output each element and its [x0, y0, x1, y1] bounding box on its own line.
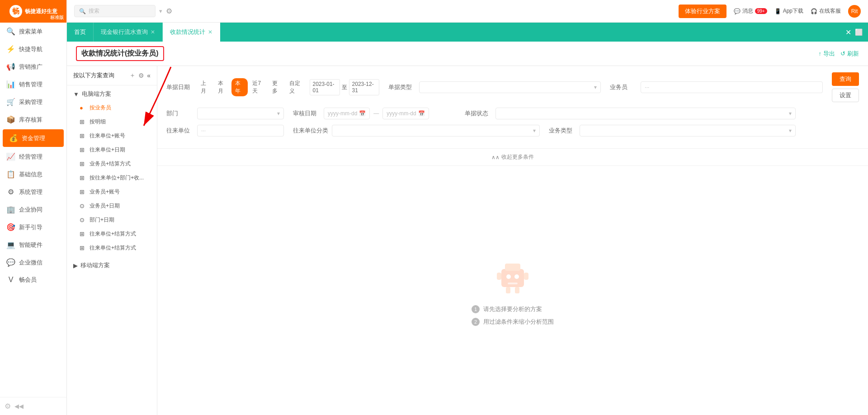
settings-btn[interactable]: 设置: [832, 89, 859, 102]
review-to-input[interactable]: yyyy-mm-dd 📅: [382, 108, 429, 119]
edition-badge: 标准版: [50, 14, 64, 21]
sidebar-item-finance[interactable]: 💰资金管理: [3, 129, 64, 147]
salesperson-input[interactable]: ···: [641, 81, 823, 93]
tip-1-text: 请先选择要分析的方案: [483, 305, 542, 313]
topbar-gear-icon[interactable]: ⚙: [166, 7, 172, 15]
review-from-placeholder: yyyy-mm-dd: [328, 110, 357, 117]
quicknav-label: 快捷导航: [19, 45, 42, 53]
collapse-sidebar-btn[interactable]: ◀◀: [14, 403, 24, 410]
refresh-label: 刷新: [847, 50, 859, 58]
sidebar-footer: ⚙ ◀◀: [0, 397, 66, 415]
add-plan-icon[interactable]: ＋: [129, 71, 136, 80]
sidebar-item-purchase[interactable]: 🛒采购管理: [0, 93, 66, 111]
salesperson-date-label: 业务员+日期: [90, 202, 120, 210]
sidebar-item-hardware[interactable]: 💻智能硬件: [0, 236, 66, 254]
plan-item-salesperson[interactable]: ● 按业务员: [67, 101, 157, 115]
messages-action[interactable]: 💬 消息 99+: [734, 7, 767, 15]
desktop-group-label: 电脑端方案: [82, 90, 111, 98]
biztype-input[interactable]: ▾: [580, 125, 796, 137]
sidebar-item-system[interactable]: ⚙系统管理: [0, 183, 66, 201]
plan-item-salesperson-account[interactable]: ⊞ 业务员+账号: [67, 185, 157, 199]
logo-icon: 畅: [9, 5, 22, 18]
tab-home[interactable]: 首页: [67, 23, 94, 42]
plan-item-detail[interactable]: ⊞ 按明细: [67, 115, 157, 129]
wechat-label: 企业微信: [19, 259, 42, 267]
dropdown-arrow-icon[interactable]: ▾: [159, 8, 162, 14]
plan-group-desktop-header[interactable]: ▼ 电脑端方案: [67, 87, 157, 101]
unit-settle1-icon: ⊞: [80, 231, 87, 237]
service-icon: 🎧: [811, 8, 817, 14]
topbar-right: 体验行业方案 💬 消息 99+ 📱 App下载 🎧 在线客服 Rit: [679, 5, 861, 18]
tab-bank[interactable]: 现金银行流水查询 ✕: [94, 23, 163, 42]
sidebar-item-basicinfo[interactable]: 📋基础信息: [0, 165, 66, 183]
date-tab-7days[interactable]: 近7天: [249, 78, 268, 96]
counterpart-input[interactable]: ···: [197, 125, 284, 137]
maximize-window-icon[interactable]: ⬜: [855, 28, 863, 36]
sidebar-item-member[interactable]: V畅会员: [0, 271, 66, 288]
plan-item-unit-dept-collect[interactable]: ⊞ 按往来单位+部门+收...: [67, 171, 157, 185]
docstatus-input[interactable]: ▾: [495, 108, 796, 119]
bank-tab-label: 现金银行流水查询: [101, 28, 148, 36]
sidebar-item-enterprise[interactable]: 🏢企业协同: [0, 201, 66, 218]
doctype-input[interactable]: ▾: [419, 81, 601, 93]
unit-date-label: 往来单位+日期: [90, 146, 125, 154]
dept-input[interactable]: ▾: [197, 108, 284, 119]
close-collection-tab-icon[interactable]: ✕: [208, 29, 212, 35]
plan-item-unit-account[interactable]: ⊞ 往来单位+账号: [67, 129, 157, 143]
date-to-input[interactable]: 2023-12-31: [349, 79, 379, 95]
plan-group-mobile-header[interactable]: ▶ 移动端方案: [67, 259, 157, 272]
calendar-icon-from[interactable]: 📅: [359, 110, 366, 117]
counterpart-category-input[interactable]: ▾: [332, 125, 540, 137]
settings-footer-icon[interactable]: ⚙: [5, 402, 11, 410]
operation-label: 经营管理: [19, 153, 42, 161]
online-service-action[interactable]: 🎧 在线客服: [811, 7, 841, 15]
trial-btn[interactable]: 体验行业方案: [679, 5, 726, 18]
settings-plan-icon[interactable]: ⚙: [138, 72, 144, 79]
plan-item-salesperson-settle[interactable]: ⊞ 业务员+结算方式: [67, 157, 157, 171]
close-window-icon[interactable]: ✕: [845, 28, 851, 37]
tab-collection[interactable]: 收款情况统计 ✕: [163, 23, 220, 42]
app-label: App下载: [783, 7, 803, 15]
search-bar[interactable]: 🔍 搜索: [74, 5, 156, 17]
enterprise-icon: 🏢: [6, 205, 15, 214]
sidebar-item-search[interactable]: 🔍搜索菜单: [0, 23, 66, 40]
date-tab-this-year[interactable]: 本年: [231, 78, 248, 96]
collapse-panel-icon[interactable]: «: [147, 72, 151, 79]
collapse-label: 收起更多条件: [501, 153, 534, 161]
date-tab-more[interactable]: 更多: [269, 78, 285, 96]
close-bank-tab-icon[interactable]: ✕: [151, 29, 155, 35]
sidebar-item-guide[interactable]: 🎯新手引导: [0, 218, 66, 236]
export-btn[interactable]: ↑ 导出: [819, 50, 835, 58]
date-tab-this-month[interactable]: 本月: [214, 78, 231, 96]
reviewdate-label: 审核日期: [293, 109, 320, 118]
review-from-input[interactable]: yyyy-mm-dd 📅: [324, 108, 370, 119]
date-tab-last-month[interactable]: 上月: [197, 78, 213, 96]
tabbar-window-actions: ✕ ⬜: [840, 28, 868, 37]
sidebar-item-quicknav[interactable]: ⚡快捷导航: [0, 40, 66, 58]
plan-item-dept-date[interactable]: ⊙ 部门+日期: [67, 213, 157, 227]
user-avatar[interactable]: Rit: [848, 5, 861, 18]
filter-biztype-item: 业务类型 ▾: [549, 125, 796, 137]
sidebar-item-sales[interactable]: 📊销售管理: [0, 75, 66, 93]
app-download-action[interactable]: 📱 App下载: [774, 7, 803, 15]
refresh-btn[interactable]: ↺ 刷新: [840, 50, 859, 58]
collapse-bar[interactable]: ∧∧ 收起更多条件: [157, 149, 868, 166]
unit-dept-collect-icon: ⊞: [80, 174, 87, 181]
date-from-input[interactable]: 2023-01-01: [310, 79, 340, 95]
plan-item-salesperson-date[interactable]: ⊙ 业务员+日期: [67, 199, 157, 213]
filter-doctype-item: 单据类型 ▾: [388, 81, 601, 93]
app-icon: 📱: [774, 8, 781, 14]
query-btn[interactable]: 查询: [832, 72, 859, 86]
date-tab-custom[interactable]: 自定义: [286, 78, 307, 96]
salesperson-account-icon: ⊞: [80, 189, 87, 195]
calendar-icon-to[interactable]: 📅: [418, 110, 425, 117]
sidebar-item-inventory[interactable]: 📦库存核算: [0, 111, 66, 128]
sidebar-item-wechat[interactable]: 💬企业微信: [0, 254, 66, 271]
svg-rect-6: [524, 273, 528, 280]
plan-item-unit-settle1[interactable]: ⊞ 往来单位+结算方式: [67, 227, 157, 241]
sidebar-item-operation[interactable]: 📈经营管理: [0, 148, 66, 165]
sidebar-item-marketing[interactable]: 📢营销推广: [0, 58, 66, 75]
plan-item-unit-date[interactable]: ⊞ 往来单位+日期: [67, 143, 157, 157]
plan-item-unit-settle2[interactable]: ⊞ 往来单位+结算方式: [67, 241, 157, 255]
unit-account-label: 往来单位+账号: [90, 132, 125, 140]
